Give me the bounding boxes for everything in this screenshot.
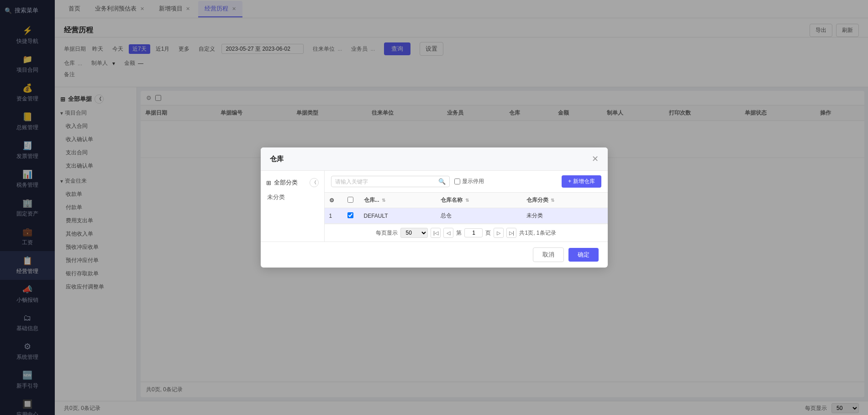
modal-table-header: ⚙ 仓库... ⇅ 仓库名称 xyxy=(325,193,608,208)
modal-left-panel: ⊞ 全部分类 《 未分类 xyxy=(261,171,325,242)
sort-icon-name: ⇅ xyxy=(465,198,469,203)
confirm-button[interactable]: 确定 xyxy=(568,248,599,262)
row-num: 1 xyxy=(325,208,343,224)
modal-col-num: ⚙ xyxy=(325,193,343,208)
grid-icon-modal: ⊞ xyxy=(266,179,271,186)
modal-settings-icon[interactable]: ⚙ xyxy=(329,197,334,204)
row-name: 总仓 xyxy=(436,208,522,224)
row-category: 未分类 xyxy=(522,208,608,224)
sort-icon-category: ⇅ xyxy=(551,198,554,203)
modal-col-code: 仓库... ⇅ xyxy=(359,193,437,208)
modal-col-name: 仓库名称 ⇅ xyxy=(436,193,522,208)
row-checkbox xyxy=(343,208,359,224)
last-page-btn[interactable]: ▷| xyxy=(506,228,516,238)
modal-all-category-label: 全部分类 xyxy=(274,179,298,187)
modal-header: 仓库 ✕ xyxy=(261,147,608,171)
modal-select-all[interactable] xyxy=(347,197,353,203)
plus-icon: + xyxy=(568,178,571,184)
show-disabled-checkbox-group: 显示停用 xyxy=(454,178,484,185)
show-disabled-checkbox[interactable] xyxy=(454,179,460,184)
modal-right-panel: 🔍 显示停用 + 新增仓库 xyxy=(325,171,608,242)
modal-total: 共1页, 1条记录 xyxy=(519,229,556,237)
page-label: 第 xyxy=(456,229,462,237)
modal-col-checkbox xyxy=(343,193,359,208)
modal-left-uncategorized[interactable]: 未分类 xyxy=(261,190,324,205)
cancel-button[interactable]: 取消 xyxy=(533,247,564,262)
modal-pagination: 每页显示 50 |◁ ◁ 第 页 ▷ ▷| 共1页, 1条记录 xyxy=(325,224,608,242)
modal-overlay: 仓库 ✕ ⊞ 全部分类 《 未分类 xyxy=(0,0,868,415)
modal-per-page-select[interactable]: 50 xyxy=(400,228,428,238)
modal-search-input[interactable] xyxy=(335,179,436,185)
modal-body: ⊞ 全部分类 《 未分类 🔍 显示停用 xyxy=(261,171,608,242)
row-code: DEFAULT xyxy=(359,208,437,224)
modal-left-header: ⊞ 全部分类 《 xyxy=(261,175,324,190)
modal-search-icon[interactable]: 🔍 xyxy=(438,178,446,185)
modal-left-collapse-btn[interactable]: 《 xyxy=(310,178,319,187)
modal-per-page-label: 每页显示 xyxy=(376,229,398,237)
modal-search-box: 🔍 xyxy=(331,176,450,187)
modal-title: 仓库 xyxy=(270,155,284,163)
modal-toolbar: 🔍 显示停用 + 新增仓库 xyxy=(325,171,608,193)
modal-col-category: 仓库分类 ⇅ xyxy=(522,193,608,208)
row-select-checkbox[interactable] xyxy=(347,212,353,218)
first-page-btn[interactable]: |◁ xyxy=(431,228,441,238)
warehouse-modal: 仓库 ✕ ⊞ 全部分类 《 未分类 xyxy=(261,147,608,268)
modal-footer: 取消 确定 xyxy=(261,242,608,268)
prev-page-btn[interactable]: ◁ xyxy=(443,228,453,238)
page-number-input[interactable] xyxy=(464,228,483,237)
modal-table-wrap: ⚙ 仓库... ⇅ 仓库名称 xyxy=(325,193,608,224)
modal-close-button[interactable]: ✕ xyxy=(592,154,599,164)
add-warehouse-button[interactable]: + 新增仓库 xyxy=(562,175,601,188)
table-row[interactable]: 1 DEFAULT 总仓 未分类 xyxy=(325,208,608,224)
modal-table: ⚙ 仓库... ⇅ 仓库名称 xyxy=(325,193,608,224)
show-disabled-label: 显示停用 xyxy=(462,178,484,185)
page-unit: 页 xyxy=(485,229,491,237)
next-page-btn[interactable]: ▷ xyxy=(494,228,504,238)
sort-icon-code: ⇅ xyxy=(382,198,385,203)
